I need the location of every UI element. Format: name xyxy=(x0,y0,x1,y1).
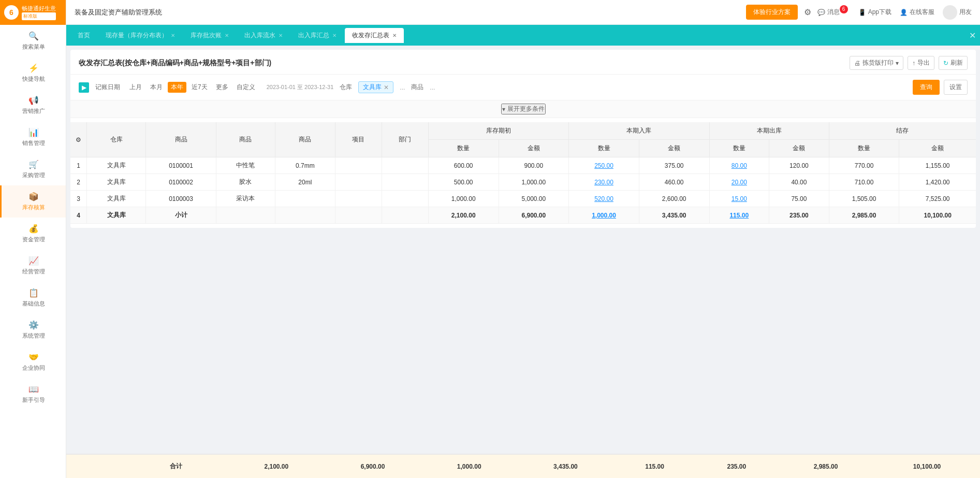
newbie-icon: 📖 xyxy=(28,384,39,394)
subtotal-empty4 xyxy=(382,207,428,224)
sidebar-item-system[interactable]: ⚙️ 系统管理 xyxy=(0,314,66,346)
row3-in-qty[interactable]: 520.00 xyxy=(569,191,639,207)
print-button[interactable]: 🖨 拣货版打印 ▾ xyxy=(850,56,903,70)
row3-out-qty[interactable]: 15.00 xyxy=(709,191,769,207)
sidebar-item-purchase[interactable]: 🛒 采购管理 xyxy=(0,153,66,185)
expand-more-button[interactable]: ▾ 展开更多条件 xyxy=(501,104,546,114)
logo-text: 畅捷通好生意 标准版 xyxy=(22,5,56,20)
tab-recv-send-summary-close[interactable]: ✕ xyxy=(392,33,397,38)
warehouse-tag-close-icon[interactable]: ✕ xyxy=(384,84,389,91)
row3-goods-code: 0100003 xyxy=(146,191,216,207)
total-out-amount: 235.00 xyxy=(696,459,778,474)
col-closing-amount: 金额 xyxy=(899,140,976,157)
filter-bar: ▶ 记账日期 上月 本月 本年 近7天 更多 自定义 2023-01-01 至 … xyxy=(70,75,976,100)
table-row: 2 文具库 0100002 胶水 20ml 500.00 1,000.00 23… xyxy=(70,174,976,191)
row1-closing-qty: 770.00 xyxy=(829,157,899,174)
messages-button[interactable]: 💬 消息 6 xyxy=(817,8,850,17)
tab-in-out-flow[interactable]: 出入库流水 ✕ xyxy=(237,28,290,43)
settings-gear-icon[interactable]: ⚙ xyxy=(804,7,811,17)
tab-stock-dist[interactable]: 现存量（库存分布表） ✕ xyxy=(98,28,182,43)
tab-recv-send-summary[interactable]: 收发存汇总表 ✕ xyxy=(345,28,404,43)
warehouse-filter-label: 仓库 xyxy=(340,83,352,92)
purchase-icon: 🛒 xyxy=(28,160,39,169)
row1-out-qty[interactable]: 80.00 xyxy=(709,157,769,174)
col-closing-qty: 数量 xyxy=(829,140,899,157)
top-header: 装备及固定资产辅助管理系统 体验行业方案 ⚙ 💬 消息 6 📱 App下载 👤 … xyxy=(66,0,980,25)
query-button[interactable]: 查询 xyxy=(913,80,940,95)
sidebar-item-marketing[interactable]: 📢 营销推广 xyxy=(0,89,66,121)
user-avatar xyxy=(943,5,957,20)
subtotal-out-qty[interactable]: 115.00 xyxy=(709,207,769,224)
sidebar-label-finance: 资金管理 xyxy=(22,236,45,243)
date-7days-button[interactable]: 近7天 xyxy=(188,82,211,93)
row1-closing-amount: 1,155.00 xyxy=(899,157,976,174)
warehouse-more-button[interactable]: ... xyxy=(400,84,405,91)
sidebar-item-enterprise[interactable]: 🤝 企业协同 xyxy=(0,346,66,378)
total-in-qty: 1,000.00 xyxy=(421,459,517,474)
warehouse-tag: 文具库 ✕ xyxy=(358,81,393,93)
subtotal-closing-qty: 2,985.00 xyxy=(829,207,899,224)
row1-project xyxy=(335,157,382,174)
app-icon: 📱 xyxy=(858,9,866,16)
col-in-group: 本期入库 xyxy=(569,122,709,140)
page-container: 收发存汇总表(按仓库+商品编码+商品+规格型号+项目+部门) 🖨 拣货版打印 ▾… xyxy=(70,50,976,228)
sidebar-item-sales[interactable]: 📊 销售管理 xyxy=(0,121,66,153)
date-last-month-button[interactable]: 上月 xyxy=(126,82,145,93)
refresh-button[interactable]: ↻ 刷新 xyxy=(939,56,968,70)
app-download-button[interactable]: 📱 App下载 xyxy=(858,8,891,17)
sidebar-label-enterprise: 企业协同 xyxy=(22,364,45,372)
col-goods-name: 商品 xyxy=(216,122,275,157)
col-settings[interactable]: ⚙ xyxy=(70,122,87,157)
export-button[interactable]: ↑ 导出 xyxy=(908,56,934,70)
quicknav-icon: ⚡ xyxy=(28,63,39,73)
sidebar-item-finance[interactable]: 💰 资金管理 xyxy=(0,218,66,250)
sales-icon: 📊 xyxy=(28,127,39,137)
sidebar-item-inventory[interactable]: 📦 库存核算 xyxy=(0,185,66,218)
row2-goods-code: 0100002 xyxy=(146,174,216,191)
col-opening-qty: 数量 xyxy=(428,140,499,157)
row2-goods-spec: 20ml xyxy=(275,174,335,191)
subtotal-opening-qty: 2,100.00 xyxy=(428,207,499,224)
subtotal-in-qty[interactable]: 1,000.00 xyxy=(569,207,639,224)
col-goods-spec: 商品 xyxy=(275,122,335,157)
total-opening-amount: 6,900.00 xyxy=(325,459,421,474)
sidebar-item-search[interactable]: 🔍 搜索菜单 xyxy=(0,25,66,57)
operation-icon: 📈 xyxy=(28,256,39,266)
filter-toggle-button[interactable]: ▶ xyxy=(79,82,89,93)
tab-stock-dist-label: 现存量（库存分布表） xyxy=(106,31,168,40)
sidebar-item-operation[interactable]: 📈 经营管理 xyxy=(0,250,66,282)
tab-batch-account[interactable]: 库存批次账 ✕ xyxy=(183,28,236,43)
row2-index: 2 xyxy=(70,174,87,191)
date-this-month-button[interactable]: 本月 xyxy=(147,82,166,93)
tab-in-out-flow-close[interactable]: ✕ xyxy=(279,33,283,38)
user-menu[interactable]: 用友 xyxy=(943,5,972,20)
date-range-display: 2023-01-01 至 2023-12-31 xyxy=(267,83,334,91)
row2-in-qty[interactable]: 230.00 xyxy=(569,174,639,191)
col-project: 项目 xyxy=(335,122,382,157)
col-warehouse: 仓库 xyxy=(87,122,146,157)
goods-more-button[interactable]: ... xyxy=(430,84,435,91)
tab-bar-close-button[interactable]: ✕ xyxy=(969,31,976,40)
online-service-button[interactable]: 👤 在线客服 xyxy=(900,8,934,17)
filter-settings-button[interactable]: 设置 xyxy=(944,80,968,95)
sidebar-item-quicknav[interactable]: ⚡ 快捷导航 xyxy=(0,57,66,89)
sidebar-item-newbie[interactable]: 📖 新手引导 xyxy=(0,378,66,410)
tab-stock-dist-close[interactable]: ✕ xyxy=(171,33,175,38)
row1-in-amount: 375.00 xyxy=(639,157,709,174)
tab-in-out-summary[interactable]: 出入库汇总 ✕ xyxy=(291,28,344,43)
app-download-label: App下载 xyxy=(868,8,891,17)
tab-home[interactable]: 首页 xyxy=(70,28,97,43)
date-more-button[interactable]: 更多 xyxy=(213,82,231,93)
row1-in-qty[interactable]: 250.00 xyxy=(569,157,639,174)
row3-closing-qty: 1,505.00 xyxy=(829,191,899,207)
subtotal-row: 4 文具库 小计 2,100.00 6,900.00 1,000.00 3,43… xyxy=(70,207,976,224)
date-custom-button[interactable]: 自定义 xyxy=(233,82,258,93)
tab-batch-account-close[interactable]: ✕ xyxy=(225,33,229,38)
sidebar-item-basic[interactable]: 📋 基础信息 xyxy=(0,282,66,314)
basic-icon: 📋 xyxy=(28,288,39,298)
tab-in-out-summary-close[interactable]: ✕ xyxy=(332,33,337,38)
try-industry-button[interactable]: 体验行业方案 xyxy=(746,5,798,20)
date-this-year-button[interactable]: 本年 xyxy=(168,82,186,93)
row2-out-qty[interactable]: 20.00 xyxy=(709,174,769,191)
row2-opening-qty: 500.00 xyxy=(428,174,499,191)
